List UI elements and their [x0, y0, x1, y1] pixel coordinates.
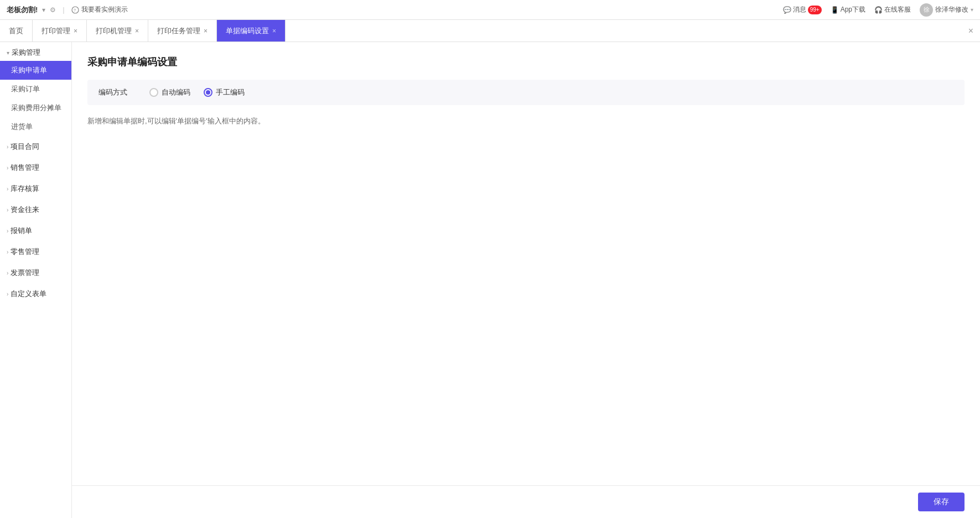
tab-printer-mgmt-label: 打印机管理	[96, 26, 132, 36]
demo-text: 我要看实例演示	[81, 5, 128, 14]
message-icon: 💬	[783, 6, 791, 14]
tab-print-task-close[interactable]: ×	[204, 27, 208, 35]
top-bar: 老板勿割! ▾ ⚙ | ? 我要看实例演示 💬 消息 99+ 📱 App下载 🎧…	[0, 0, 980, 20]
layout: ▾ 采购管理 采购申请单 采购订单 采购费用分摊单 进货单 › 项目合同 › 销…	[0, 42, 980, 518]
tab-print-task-label: 打印任务管理	[157, 26, 200, 36]
sidebar-item-inventory[interactable]: › 库存核算	[0, 178, 71, 199]
tab-print-mgmt-close[interactable]: ×	[74, 27, 77, 35]
radio-manual-coding[interactable]: 手工编码	[204, 87, 245, 97]
message-badge: 99+	[808, 6, 822, 14]
radio-auto-circle	[149, 88, 158, 97]
sidebar-item-expense-claim[interactable]: › 报销单	[0, 220, 71, 241]
headset-icon: 🎧	[874, 6, 883, 14]
sidebar-item-capital[interactable]: › 资金往来	[0, 199, 71, 220]
project-contract-chevron-icon: ›	[7, 144, 8, 150]
user-chevron-icon: ▾	[971, 7, 973, 13]
sidebar-item-retail[interactable]: › 零售管理	[0, 241, 71, 262]
sidebar-item-custom-form[interactable]: › 自定义表单	[0, 283, 71, 304]
tab-single-code[interactable]: 单据编码设置 ×	[217, 20, 286, 42]
top-bar-left: 老板勿割! ▾ ⚙ | ? 我要看实例演示	[7, 5, 128, 15]
online-service-button[interactable]: 🎧 在线客服	[874, 5, 911, 14]
message-label: 消息	[793, 5, 806, 14]
custom-form-chevron-icon: ›	[7, 291, 8, 297]
app-icon: 📱	[831, 6, 839, 14]
svg-text:?: ?	[74, 8, 76, 12]
hint-text: 新增和编辑单据时,可以编辑'单据编号'输入框中的内容。	[87, 114, 965, 128]
tab-printer-mgmt[interactable]: 打印机管理 ×	[87, 20, 148, 42]
app-download-button[interactable]: 📱 App下载	[831, 5, 865, 14]
chevron-down-icon[interactable]: ▾	[42, 6, 45, 14]
demo-icon: ?	[71, 6, 79, 14]
main-panel: 采购申请单编码设置 编码方式 自动编码 手工编码 新增和编辑单据时,可以编辑'单…	[72, 42, 980, 518]
tab-print-task[interactable]: 打印任务管理 ×	[148, 20, 217, 42]
inventory-chevron-icon: ›	[7, 186, 8, 192]
gear-icon[interactable]: ⚙	[50, 6, 56, 14]
expense-claim-chevron-icon: ›	[7, 228, 8, 234]
username-label: 徐泽华修改	[935, 5, 968, 14]
separator: |	[63, 6, 64, 14]
user-menu[interactable]: 徐 徐泽华修改 ▾	[920, 3, 973, 17]
demo-link[interactable]: ? 我要看实例演示	[71, 5, 128, 14]
avatar: 徐	[920, 3, 933, 17]
sidebar-group-purchase-label: 采购管理	[12, 48, 40, 58]
tab-print-mgmt-label: 打印管理	[42, 26, 70, 36]
sidebar-group-purchase-header[interactable]: ▾ 采购管理	[0, 42, 71, 61]
sidebar-item-purchase-request[interactable]: 采购申请单	[0, 61, 71, 80]
tab-bar: 首页 打印管理 × 打印机管理 × 打印任务管理 × 单据编码设置 × ×	[0, 20, 980, 42]
radio-auto-coding[interactable]: 自动编码	[149, 87, 190, 97]
radio-auto-label: 自动编码	[162, 87, 190, 97]
save-button[interactable]: 保存	[918, 493, 965, 511]
brand-label: 老板勿割!	[7, 5, 38, 15]
sidebar-group-purchase: ▾ 采购管理 采购申请单 采购订单 采购费用分摊单 进货单	[0, 42, 71, 136]
tab-single-code-close[interactable]: ×	[272, 27, 276, 35]
encoding-label: 编码方式	[98, 87, 127, 97]
tab-home[interactable]: 首页	[0, 20, 33, 42]
sales-mgmt-chevron-icon: ›	[7, 165, 8, 171]
main-content: 采购申请单编码设置 编码方式 自动编码 手工编码 新增和编辑单据时,可以编辑'单…	[72, 42, 980, 485]
close-all-tabs-button[interactable]: ×	[962, 26, 980, 36]
sidebar-item-incoming[interactable]: 进货单	[0, 117, 71, 136]
tab-print-mgmt[interactable]: 打印管理 ×	[33, 20, 87, 42]
tab-printer-mgmt-close[interactable]: ×	[135, 27, 139, 35]
message-button[interactable]: 💬 消息 99+	[783, 5, 822, 14]
main-footer: 保存	[72, 485, 980, 518]
sidebar-item-purchase-order[interactable]: 采购订单	[0, 80, 71, 99]
tab-single-code-label: 单据编码设置	[226, 26, 269, 36]
tab-home-label: 首页	[9, 26, 23, 36]
radio-manual-circle	[204, 88, 212, 97]
radio-manual-label: 手工编码	[216, 87, 245, 97]
top-bar-right: 💬 消息 99+ 📱 App下载 🎧 在线客服 徐 徐泽华修改 ▾	[783, 3, 973, 17]
retail-chevron-icon: ›	[7, 249, 8, 255]
sidebar-item-sales-mgmt[interactable]: › 销售管理	[0, 157, 71, 178]
sidebar-item-project-contract[interactable]: › 项目合同	[0, 136, 71, 157]
page-title: 采购申请单编码设置	[87, 55, 965, 69]
sidebar-item-purchase-expense[interactable]: 采购费用分摊单	[0, 99, 71, 117]
sidebar: ▾ 采购管理 采购申请单 采购订单 采购费用分摊单 进货单 › 项目合同 › 销…	[0, 42, 72, 518]
app-download-label: App下载	[841, 5, 865, 14]
sidebar-item-invoice[interactable]: › 发票管理	[0, 262, 71, 283]
invoice-chevron-icon: ›	[7, 270, 8, 276]
encoding-section: 编码方式 自动编码 手工编码	[87, 80, 965, 105]
radio-group: 自动编码 手工编码	[149, 87, 245, 97]
capital-chevron-icon: ›	[7, 207, 8, 213]
online-service-label: 在线客服	[884, 5, 911, 14]
purchase-group-chevron-icon: ▾	[7, 50, 9, 56]
